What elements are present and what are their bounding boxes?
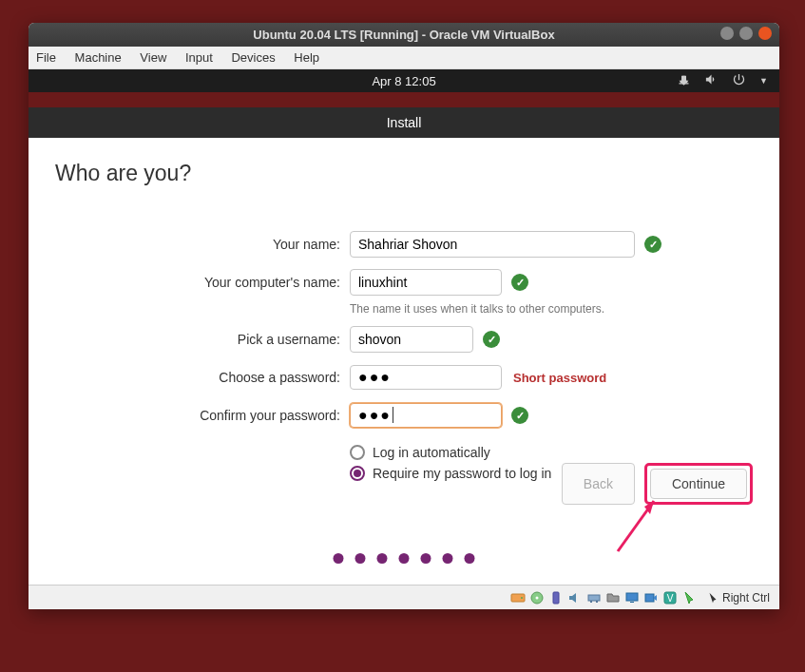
recording-icon[interactable] — [643, 590, 659, 605]
svg-rect-12 — [588, 595, 600, 601]
menubar: File Machine View Input Devices Help — [29, 47, 779, 69]
display-icon[interactable] — [624, 590, 640, 605]
network-adapter-icon[interactable] — [586, 590, 602, 605]
menu-view[interactable]: View — [140, 50, 166, 65]
menu-input[interactable]: Input — [185, 50, 213, 65]
guest-display: Apr 8 12:05 ▼ Install Who are you? Your … — [29, 69, 779, 585]
check-icon — [483, 331, 500, 348]
svg-rect-0 — [680, 83, 689, 84]
label-confirm-password: Confirm your password: — [55, 408, 350, 423]
svg-rect-14 — [596, 601, 598, 603]
computer-name-input[interactable] — [350, 269, 502, 296]
check-icon — [511, 407, 528, 424]
menu-machine[interactable]: Machine — [75, 50, 122, 65]
host-key-label: Right Ctrl — [722, 591, 770, 605]
progress-dot — [465, 553, 475, 564]
menu-help[interactable]: Help — [294, 50, 319, 65]
your-name-input[interactable] — [350, 231, 635, 258]
label-your-name: Your name: — [55, 237, 350, 252]
usb-icon[interactable] — [548, 590, 564, 605]
menu-devices[interactable]: Devices — [231, 50, 275, 65]
maximize-icon[interactable] — [739, 27, 753, 40]
svg-rect-3 — [682, 76, 685, 79]
svg-rect-1 — [680, 81, 683, 84]
check-icon — [644, 236, 661, 253]
row-confirm-password: Confirm your password: ●●● — [55, 399, 753, 432]
progress-dot — [334, 553, 344, 564]
svg-rect-15 — [626, 593, 638, 601]
label-computer-name: Your computer's name: — [55, 275, 350, 290]
username-input[interactable] — [350, 326, 473, 353]
radio-auto-login-label: Log in automatically — [373, 445, 490, 460]
guest-additions-icon[interactable]: V — [662, 590, 678, 605]
row-username: Pick a username: — [55, 323, 753, 355]
computer-name-helper: The name it uses when it talks to other … — [350, 302, 753, 316]
guest-topbar: Apr 8 12:05 ▼ — [29, 69, 779, 92]
hdd-icon[interactable] — [510, 590, 526, 605]
progress-dot — [443, 553, 453, 564]
svg-rect-4 — [683, 78, 684, 81]
label-password: Choose a password: — [55, 370, 350, 385]
host-key-indicator: Right Ctrl — [706, 591, 770, 605]
svg-point-10 — [535, 596, 538, 599]
svg-text:V: V — [667, 593, 674, 604]
password-warning: Short password — [513, 371, 606, 385]
radio-icon — [350, 445, 365, 460]
window-title: Ubuntu 20.04 LTS [Running] - Oracle VM V… — [253, 28, 554, 42]
progress-dot — [399, 553, 410, 564]
guest-gap — [29, 92, 779, 107]
audio-icon[interactable] — [567, 590, 583, 605]
svg-rect-16 — [630, 602, 634, 603]
svg-point-8 — [521, 597, 523, 599]
progress-dot — [377, 553, 388, 564]
password-input[interactable]: ●●● — [350, 365, 502, 390]
shared-folder-icon[interactable] — [605, 590, 621, 605]
row-computer-name: Your computer's name: — [55, 266, 753, 298]
svg-rect-13 — [590, 601, 592, 603]
progress-dot — [355, 553, 366, 564]
minimize-icon[interactable] — [720, 27, 734, 40]
progress-dots — [334, 553, 475, 564]
row-your-name: Your name: — [55, 228, 753, 260]
svg-rect-2 — [685, 81, 688, 84]
radio-icon — [350, 466, 365, 481]
label-username: Pick a username: — [55, 332, 350, 347]
window-controls — [720, 27, 772, 40]
mouse-integration-icon[interactable] — [681, 590, 697, 605]
guest-datetime: Apr 8 12:05 — [372, 74, 435, 88]
keyboard-icon — [706, 591, 719, 605]
confirm-password-input[interactable]: ●●● — [350, 403, 502, 428]
virtualbox-statusbar: V Right Ctrl — [29, 585, 779, 609]
svg-rect-11 — [553, 592, 559, 604]
page-title: Who are you? — [55, 161, 753, 186]
volume-icon[interactable] — [704, 72, 719, 89]
optical-icon[interactable] — [529, 590, 545, 605]
close-icon[interactable] — [758, 27, 772, 40]
check-icon — [511, 274, 528, 291]
power-icon[interactable] — [732, 72, 746, 89]
annotation-arrow-icon — [608, 490, 665, 556]
progress-dot — [421, 553, 431, 564]
install-body: Who are you? Your name: Your computer's … — [29, 138, 779, 585]
network-icon[interactable] — [677, 72, 691, 89]
radio-require-password-label: Require my password to log in — [373, 466, 551, 481]
dropdown-arrow-icon[interactable]: ▼ — [759, 76, 768, 86]
svg-rect-17 — [645, 594, 654, 602]
row-password: Choose a password: ●●● Short password — [55, 361, 753, 394]
guest-status-icons: ▼ — [677, 72, 768, 89]
menu-file[interactable]: File — [36, 50, 56, 65]
radio-auto-login[interactable]: Log in automatically — [350, 445, 753, 460]
titlebar: Ubuntu 20.04 LTS [Running] - Oracle VM V… — [29, 23, 779, 47]
virtualbox-window: Ubuntu 20.04 LTS [Running] - Oracle VM V… — [29, 23, 779, 609]
install-header: Install — [29, 107, 779, 138]
